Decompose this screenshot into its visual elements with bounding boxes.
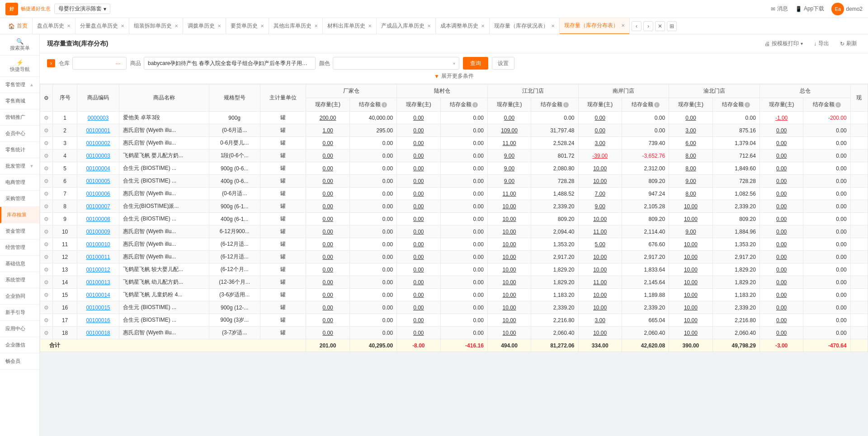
cell-settings[interactable]: ⚙	[40, 124, 53, 137]
cell-factory-stock[interactable]: 0.00	[306, 314, 349, 327]
cell-code[interactable]: 00100015	[77, 301, 119, 314]
cell-code[interactable]: 00100012	[77, 263, 119, 276]
cell-village-stock[interactable]: 0.00	[397, 225, 440, 238]
cell-nanan-stock[interactable]: 10.00	[578, 263, 622, 276]
tab-close-all-btn[interactable]: ✕	[655, 21, 665, 31]
cell-nanan-stock[interactable]: 0.00	[578, 124, 622, 137]
cell-yubeimen-stock[interactable]: 8.00	[669, 150, 712, 162]
cell-village-stock[interactable]: 0.00	[397, 327, 440, 339]
cell-village-stock[interactable]: 0.00	[397, 251, 440, 263]
sidebar-item-finance[interactable]: 资金管理	[0, 223, 39, 239]
cell-total-stock[interactable]: 0.00	[760, 276, 803, 289]
cell-code[interactable]: 00100006	[77, 188, 119, 200]
cell-yubeimen-stock[interactable]: 10.00	[669, 301, 712, 314]
industry-selector[interactable]: 母婴行业演示陈套 ▾	[54, 4, 110, 14]
cell-code[interactable]: 00100016	[77, 314, 119, 327]
cell-total-stock[interactable]: 0.00	[760, 301, 803, 314]
cell-village-stock[interactable]: 0.00	[397, 137, 440, 150]
sidebar-item-retail-shop[interactable]: 零售商城	[0, 93, 39, 109]
cell-village-stock[interactable]: 0.00	[397, 314, 440, 327]
cell-nanan-stock[interactable]: -39.00	[578, 150, 622, 162]
village-amount-info-icon[interactable]: i	[472, 102, 478, 108]
export-btn[interactable]: ↓ 导出	[810, 38, 833, 49]
cell-factory-stock[interactable]: 0.00	[306, 225, 349, 238]
sidebar-item-inventory[interactable]: 库存核算	[0, 207, 39, 223]
cell-factory-stock[interactable]: 0.00	[306, 251, 349, 263]
cell-settings[interactable]: ⚙	[40, 200, 53, 213]
cell-settings[interactable]: ⚙	[40, 301, 53, 314]
cell-settings[interactable]: ⚙	[40, 137, 53, 150]
cell-total-stock[interactable]: 0.00	[760, 175, 803, 188]
cell-yubeimen-stock[interactable]: 0.00	[669, 112, 712, 124]
sidebar-item-wholesale[interactable]: 批发管理 ▼	[0, 158, 39, 174]
cell-settings[interactable]: ⚙	[40, 289, 53, 301]
cell-code[interactable]: 00100010	[77, 238, 119, 251]
cell-factory-stock[interactable]: 0.00	[306, 327, 349, 339]
cell-nanan-stock[interactable]: 10.00	[578, 162, 622, 175]
cell-total-stock[interactable]: 0.00	[760, 124, 803, 137]
tab-material-out[interactable]: 材料出库单历史 ✕	[323, 18, 377, 34]
sidebar-item-retail-stat[interactable]: 零售统计	[0, 142, 39, 158]
cell-yubeimen-stock[interactable]: 10.00	[669, 289, 712, 301]
cell-jiangbei-stock[interactable]: 10.00	[487, 200, 531, 213]
tab-close-product-in[interactable]: ✕	[427, 23, 431, 28]
cell-nanan-stock[interactable]: 11.00	[578, 225, 622, 238]
cell-jiangbei-stock[interactable]: 10.00	[487, 301, 531, 314]
cell-jiangbei-stock[interactable]: 11.00	[487, 188, 531, 200]
sidebar-shortcut[interactable]: ⚡ 快捷导航	[0, 56, 39, 77]
cell-code[interactable]: 00100013	[77, 276, 119, 289]
warehouse-input[interactable]: ···	[72, 57, 127, 70]
cell-settings[interactable]: ⚙	[40, 276, 53, 289]
cell-code[interactable]: 00100014	[77, 289, 119, 301]
tab-close-split-check[interactable]: ✕	[121, 23, 124, 28]
cell-code[interactable]: 00100008	[77, 213, 119, 225]
goods-input[interactable]: babycare孕妇待产包 春季入院全套母子组合孕妇产后冬季月子用品 22件套 …	[144, 57, 316, 70]
cell-village-stock[interactable]: 0.00	[397, 124, 440, 137]
sidebar-item-marketing[interactable]: 营销推广	[0, 109, 39, 126]
tab-split-check[interactable]: 分量盘点单历史 ✕	[75, 18, 129, 34]
cell-jiangbei-stock[interactable]: 10.00	[487, 251, 531, 263]
cell-yubeimen-stock[interactable]: 10.00	[669, 251, 712, 263]
tab-close-inventory-check[interactable]: ✕	[67, 23, 71, 28]
tab-close-cost-adjust[interactable]: ✕	[481, 23, 485, 28]
sidebar-item-system[interactable]: 系统管理	[0, 272, 39, 288]
settings-btn[interactable]: 设置	[492, 57, 514, 70]
message-btn[interactable]: ✉ 消息	[771, 5, 788, 13]
cell-settings[interactable]: ⚙	[40, 263, 53, 276]
cell-settings[interactable]: ⚙	[40, 213, 53, 225]
cell-total-stock[interactable]: 0.00	[760, 213, 803, 225]
cell-code[interactable]: 00100002	[77, 137, 119, 150]
tab-close-requisition[interactable]: ✕	[260, 23, 264, 28]
user-area[interactable]: Ea demo2	[831, 3, 863, 15]
cell-jiangbei-stock[interactable]: 10.00	[487, 314, 531, 327]
cell-village-stock[interactable]: 0.00	[397, 213, 440, 225]
cell-jiangbei-stock[interactable]: 9.00	[487, 175, 531, 188]
cell-code[interactable]: 00100011	[77, 251, 119, 263]
cell-settings[interactable]: ⚙	[40, 175, 53, 188]
tab-close-material-out[interactable]: ✕	[368, 23, 372, 28]
filter-collapse-btn[interactable]: ›	[47, 59, 55, 67]
cell-yubeimen-stock[interactable]: 10.00	[669, 314, 712, 327]
cell-factory-stock[interactable]: 0.00	[306, 175, 349, 188]
th-settings[interactable]: ⚙	[40, 84, 53, 112]
cell-village-stock[interactable]: 0.00	[397, 112, 440, 124]
cell-yubeimen-stock[interactable]: 10.00	[669, 213, 712, 225]
cell-nanan-stock[interactable]: 11.00	[578, 276, 622, 289]
tab-other-out[interactable]: 其他出库单历史 ✕	[269, 18, 323, 34]
cell-yubeimen-stock[interactable]: 8.00	[669, 188, 712, 200]
cell-nanan-stock[interactable]: 10.00	[578, 327, 622, 339]
query-btn[interactable]: 查询	[463, 57, 488, 70]
tab-close-stock-dist[interactable]: ✕	[621, 23, 625, 28]
cell-total-stock[interactable]: 0.00	[760, 188, 803, 200]
tab-prev-btn[interactable]: ‹	[632, 21, 642, 31]
nanan-amount-info-icon[interactable]: i	[654, 102, 660, 108]
cell-total-stock[interactable]: 0.00	[760, 137, 803, 150]
cell-nanan-stock[interactable]: 10.00	[578, 251, 622, 263]
cell-nanan-stock[interactable]: 10.00	[578, 289, 622, 301]
cell-village-stock[interactable]: 0.00	[397, 188, 440, 200]
tab-requisition[interactable]: 要货单历史 ✕	[226, 18, 269, 34]
tab-home[interactable]: 🏠 首页	[4, 18, 33, 34]
cell-settings[interactable]: ⚙	[40, 251, 53, 263]
tab-close-stock-status[interactable]: ✕	[551, 23, 555, 28]
sidebar-search[interactable]: 🔍 搜索英单	[0, 34, 39, 56]
